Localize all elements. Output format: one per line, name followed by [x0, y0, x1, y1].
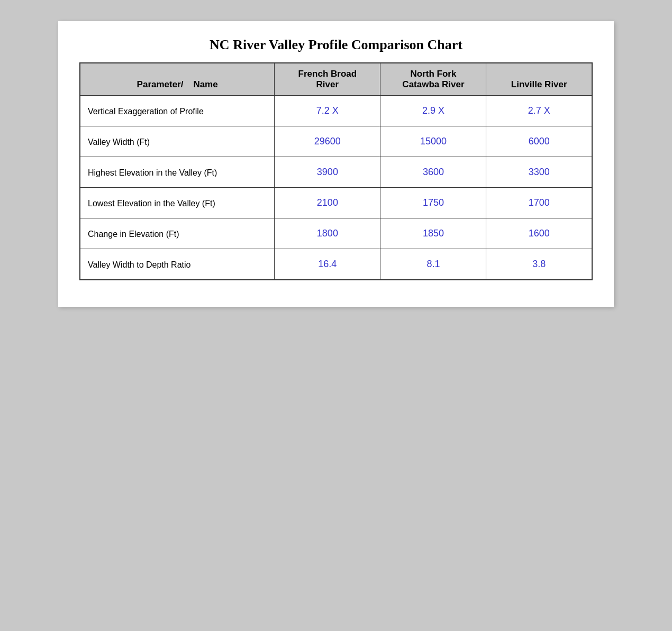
header-french-broad-label: French BroadRiver — [298, 69, 357, 89]
param-vertical-exaggeration: Vertical Exaggeration of Profile — [80, 96, 275, 126]
value-lowest-elevation-french-broad: 2100 — [275, 188, 380, 218]
chart-title: NC River Valley Profile Comparison Chart — [79, 37, 593, 53]
param-valley-width-depth-ratio: Valley Width to Depth Ratio — [80, 249, 275, 280]
value-vertical-exaggeration-north-fork: 2.9 X — [380, 96, 486, 126]
table-row: Vertical Exaggeration of Profile 7.2 X 2… — [80, 96, 592, 126]
value-change-elevation-north-fork: 1850 — [380, 218, 486, 249]
table-row: Valley Width (Ft) 29600 15000 6000 — [80, 126, 592, 157]
value-valley-width-depth-ratio-north-fork: 8.1 — [380, 249, 486, 280]
header-parameter-label: Parameter/ Name — [137, 79, 218, 89]
header-north-fork-label: North ForkCatawba River — [402, 69, 464, 89]
value-valley-width-depth-ratio-linville: 3.8 — [486, 249, 592, 280]
header-parameter: Parameter/ Name — [80, 63, 275, 96]
value-valley-width-linville: 6000 — [486, 126, 592, 157]
comparison-table: Parameter/ Name French BroadRiver North … — [79, 62, 593, 280]
value-lowest-elevation-linville: 1700 — [486, 188, 592, 218]
table-row: Change in Elevation (Ft) 1800 1850 1600 — [80, 218, 592, 249]
value-highest-elevation-linville: 3300 — [486, 157, 592, 188]
header-north-fork: North ForkCatawba River — [380, 63, 486, 96]
header-linville: Linville River — [486, 63, 592, 96]
value-vertical-exaggeration-linville: 2.7 X — [486, 96, 592, 126]
param-highest-elevation: Highest Elevation in the Valley (Ft) — [80, 157, 275, 188]
param-lowest-elevation: Lowest Elevation in the Valley (Ft) — [80, 188, 275, 218]
header-linville-label: Linville River — [511, 79, 567, 89]
value-change-elevation-linville: 1600 — [486, 218, 592, 249]
table-row: Highest Elevation in the Valley (Ft) 390… — [80, 157, 592, 188]
value-valley-width-depth-ratio-french-broad: 16.4 — [275, 249, 380, 280]
value-valley-width-french-broad: 29600 — [275, 126, 380, 157]
param-change-elevation: Change in Elevation (Ft) — [80, 218, 275, 249]
table-body: Vertical Exaggeration of Profile 7.2 X 2… — [80, 96, 592, 280]
param-valley-width: Valley Width (Ft) — [80, 126, 275, 157]
page-container: NC River Valley Profile Comparison Chart… — [58, 21, 614, 307]
header-french-broad: French BroadRiver — [275, 63, 380, 96]
table-row: Valley Width to Depth Ratio 16.4 8.1 3.8 — [80, 249, 592, 280]
value-highest-elevation-french-broad: 3900 — [275, 157, 380, 188]
value-change-elevation-french-broad: 1800 — [275, 218, 380, 249]
value-lowest-elevation-north-fork: 1750 — [380, 188, 486, 218]
table-row: Lowest Elevation in the Valley (Ft) 2100… — [80, 188, 592, 218]
value-highest-elevation-north-fork: 3600 — [380, 157, 486, 188]
value-vertical-exaggeration-french-broad: 7.2 X — [275, 96, 380, 126]
value-valley-width-north-fork: 15000 — [380, 126, 486, 157]
table-header-row: Parameter/ Name French BroadRiver North … — [80, 63, 592, 96]
